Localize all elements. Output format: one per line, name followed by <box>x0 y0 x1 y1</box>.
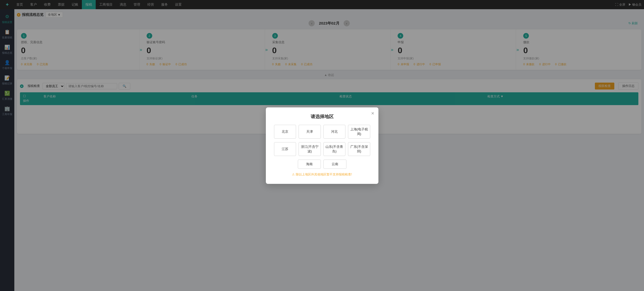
modal-close-btn[interactable]: ✕ <box>371 111 374 116</box>
region-btn-zhejiang[interactable]: 浙江(不含宁波) <box>299 142 321 156</box>
region-btn-hainan[interactable]: 海南 <box>298 160 321 169</box>
region-btn-tianjin[interactable]: 天津 <box>299 125 321 139</box>
region-btn-shanghai[interactable]: 上海(电子税局) <box>348 125 370 139</box>
warning-text: 除以上地区外其他地区暂不支持报税检查! <box>296 172 352 177</box>
region-btn-beijing[interactable]: 北京 <box>274 125 296 139</box>
modal-overlay[interactable]: ✕ 请选择地区 北京 天津 河北 上海(电子税局) 江苏 浙江(不含宁波) 山东… <box>0 0 644 291</box>
region-grid-row1: 北京 天津 河北 上海(电子税局) <box>274 125 370 139</box>
region-btn-shandong[interactable]: 山东(不含青岛) <box>323 142 346 156</box>
region-btn-hebei[interactable]: 河北 <box>323 125 346 139</box>
region-btn-yunnan[interactable]: 云南 <box>323 160 346 169</box>
region-grid-row3: 海南 云南 <box>274 160 370 169</box>
region-select-modal: ✕ 请选择地区 北京 天津 河北 上海(电子税局) 江苏 浙江(不含宁波) 山东… <box>266 107 378 184</box>
modal-title: 请选择地区 <box>274 114 370 120</box>
region-grid-row2: 江苏 浙江(不含宁波) 山东(不含青岛) 广东(不含深圳) <box>274 142 370 156</box>
warning-icon: ⚠ <box>292 173 295 176</box>
region-btn-guangdong[interactable]: 广东(不含深圳) <box>348 142 370 156</box>
modal-warning: ⚠ 除以上地区外其他地区暂不支持报税检查! <box>274 172 370 177</box>
region-btn-jiangsu[interactable]: 江苏 <box>274 142 296 156</box>
